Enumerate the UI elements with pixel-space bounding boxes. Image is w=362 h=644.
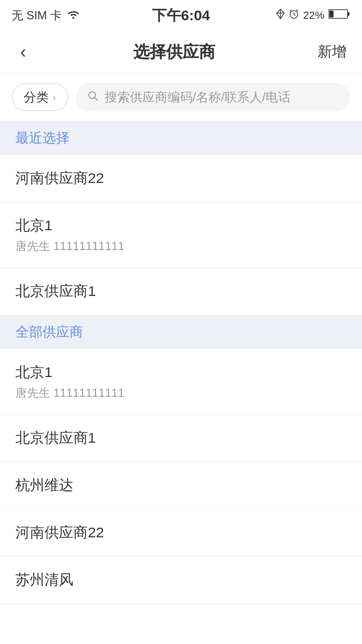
item-name: 北京1 (15, 216, 347, 236)
list-item[interactable]: 苏州清风 (0, 557, 362, 604)
filter-bar: 分类 › 搜索供应商编码/名称/联系人/电话 (0, 73, 362, 121)
recent-items-list: 河南供应商22北京1唐先生 11111111111北京供应商1 (0, 155, 362, 315)
wifi-icon (67, 9, 80, 22)
page-title: 选择供应商 (133, 41, 215, 63)
list-item[interactable]: 河南供应商22 (0, 509, 362, 557)
recent-section-header: 最近选择 (0, 121, 362, 155)
carrier-text: 无 SIM 卡 (12, 8, 62, 23)
search-box[interactable]: 搜索供应商编码/名称/联系人/电话 (76, 83, 350, 112)
item-name: 北京供应商1 (15, 428, 347, 448)
svg-point-0 (72, 17, 74, 19)
recent-section-label: 最近选择 (15, 130, 70, 145)
category-label: 分类 (24, 89, 49, 106)
add-button[interactable]: 新增 (318, 42, 347, 62)
item-contact: 唐先生 11111111111 (15, 385, 347, 401)
svg-rect-4 (348, 12, 349, 16)
list-item[interactable]: 杭州维达 (0, 462, 362, 509)
category-filter[interactable]: 分类 › (12, 84, 68, 111)
back-button[interactable]: ‹ (15, 37, 31, 67)
status-right: 22% (276, 9, 350, 22)
battery-text: 22% (303, 9, 324, 22)
search-icon (87, 90, 99, 105)
list-item[interactable]: 北京供应商1 (0, 415, 362, 462)
svg-rect-3 (329, 11, 334, 17)
item-name: 北京供应商1 (15, 281, 347, 301)
list-item[interactable]: 北京1唐先生 11111111111 (0, 349, 362, 415)
status-left: 无 SIM 卡 (12, 8, 80, 23)
item-contact: 唐先生 11111111111 (15, 238, 347, 254)
chevron-right-icon: › (53, 92, 56, 103)
status-time: 下午6:04 (152, 6, 210, 26)
item-name: 河南供应商22 (15, 523, 347, 543)
status-bar: 无 SIM 卡 下午6:04 22 (0, 0, 362, 31)
all-section-label: 全部供应商 (15, 324, 83, 339)
battery-icon (328, 9, 350, 22)
all-items-list: 北京1唐先生 11111111111北京供应商1杭州维达河南供应商22苏州清风 (0, 349, 362, 604)
item-name: 苏州清风 (15, 570, 347, 590)
location-icon (276, 9, 285, 22)
item-name: 北京1 (15, 363, 347, 382)
nav-bar: ‹ 选择供应商 新增 (0, 31, 362, 73)
item-name: 杭州维达 (15, 476, 347, 495)
all-section-header: 全部供应商 (0, 315, 362, 349)
alarm-icon (289, 9, 299, 22)
list-item[interactable]: 河南供应商22 (0, 155, 362, 202)
list-item[interactable]: 北京1唐先生 11111111111 (0, 202, 362, 268)
search-placeholder: 搜索供应商编码/名称/联系人/电话 (105, 89, 291, 106)
item-name: 河南供应商22 (15, 168, 347, 188)
list-item[interactable]: 北京供应商1 (0, 268, 362, 315)
